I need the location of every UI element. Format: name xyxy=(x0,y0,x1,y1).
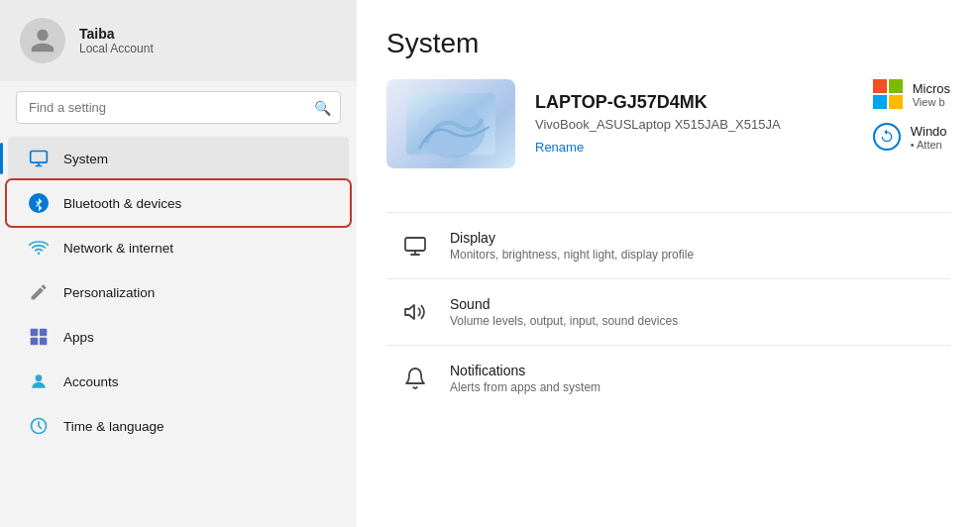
ms-red-square xyxy=(873,79,887,93)
windows-update-sub: • Atten xyxy=(911,139,947,151)
svg-rect-4 xyxy=(40,329,48,337)
display-text: Display Monitors, brightness, night ligh… xyxy=(450,230,694,262)
device-rename-link[interactable]: Rename xyxy=(535,140,584,155)
page-title: System xyxy=(386,28,950,59)
svg-point-7 xyxy=(36,374,43,381)
ms-logo-grid xyxy=(873,79,903,109)
sidebar-item-apps[interactable]: Apps xyxy=(8,315,349,359)
display-title: Display xyxy=(450,230,694,246)
notifications-icon xyxy=(398,362,432,395)
svg-rect-0 xyxy=(31,152,48,163)
ms-blue-square xyxy=(873,95,887,109)
accounts-icon xyxy=(28,370,50,392)
sidebar-item-time[interactable]: Time & language xyxy=(8,404,349,448)
sidebar-item-label-network: Network & internet xyxy=(63,241,173,256)
avatar xyxy=(20,18,65,63)
search-icon: 🔍 xyxy=(314,100,331,116)
user-icon xyxy=(29,27,56,54)
sidebar-item-network[interactable]: Network & internet xyxy=(8,226,349,269)
sidebar: Taiba Local Account 🔍 System Bluetooth &… xyxy=(0,0,357,527)
sidebar-item-label-system: System xyxy=(63,152,108,166)
user-section[interactable]: Taiba Local Account xyxy=(0,0,357,81)
main-content: System xyxy=(357,0,980,527)
search-input[interactable] xyxy=(16,91,341,124)
sound-title: Sound xyxy=(450,296,678,312)
device-illustration xyxy=(406,84,495,163)
svg-point-2 xyxy=(38,253,41,256)
display-desc: Monitors, brightness, night light, displ… xyxy=(450,248,694,262)
user-info: Taiba Local Account xyxy=(79,26,154,55)
notifications-title: Notifications xyxy=(450,363,600,378)
sidebar-item-label-personalization: Personalization xyxy=(63,285,155,300)
device-model: VivoBook_ASUSLaptop X515JAB_X515JA xyxy=(535,117,781,132)
ms-account-sub: View b xyxy=(913,96,950,108)
notifications-desc: Alerts from apps and system xyxy=(450,380,600,394)
sidebar-item-label-accounts: Accounts xyxy=(63,374,119,389)
sound-text: Sound Volume levels, output, input, soun… xyxy=(450,296,678,328)
device-image xyxy=(386,79,515,168)
svg-rect-11 xyxy=(405,238,425,251)
time-icon xyxy=(28,415,50,437)
display-icon xyxy=(398,229,432,263)
user-type: Local Account xyxy=(79,42,154,55)
nav-list: System Bluetooth & devices N xyxy=(0,136,357,527)
bluetooth-icon xyxy=(28,192,50,214)
settings-item-notifications[interactable]: Notifications Alerts from apps and syste… xyxy=(386,345,950,411)
windows-update-text: Windo • Atten xyxy=(911,124,947,151)
settings-item-sound[interactable]: Sound Volume levels, output, input, soun… xyxy=(386,278,950,345)
device-name: LAPTOP-GJ57D4MK xyxy=(535,92,781,113)
device-info: LAPTOP-GJ57D4MK VivoBook_ASUSLaptop X515… xyxy=(535,92,781,156)
sidebar-item-label-bluetooth: Bluetooth & devices xyxy=(63,196,181,211)
sidebar-item-label-time: Time & language xyxy=(63,419,164,434)
windows-update-label: Windo xyxy=(911,124,947,139)
svg-rect-6 xyxy=(40,338,48,346)
ms-green-square xyxy=(889,79,903,93)
settings-list: Display Monitors, brightness, night ligh… xyxy=(386,212,950,411)
sidebar-item-personalization[interactable]: Personalization xyxy=(8,270,349,314)
svg-rect-5 xyxy=(31,338,39,346)
search-box: 🔍 xyxy=(16,91,341,124)
apps-icon xyxy=(28,326,50,348)
svg-rect-3 xyxy=(31,329,39,337)
microsoft-account-item[interactable]: Micros View b xyxy=(873,79,950,109)
sidebar-item-accounts[interactable]: Accounts xyxy=(8,360,349,403)
sidebar-item-bluetooth[interactable]: Bluetooth & devices xyxy=(8,181,349,225)
network-icon xyxy=(28,237,50,259)
sound-icon xyxy=(398,295,432,329)
sidebar-item-label-apps: Apps xyxy=(63,330,94,345)
settings-item-display[interactable]: Display Monitors, brightness, night ligh… xyxy=(386,212,950,278)
ms-account-text: Micros View b xyxy=(913,81,950,108)
windows-update-item[interactable]: Windo • Atten xyxy=(873,123,950,151)
right-info-panel: Micros View b Windo • Atten xyxy=(873,79,950,151)
notifications-text: Notifications Alerts from apps and syste… xyxy=(450,363,600,394)
user-name: Taiba xyxy=(79,26,154,42)
windows-update-icon xyxy=(873,123,901,151)
ms-account-label: Micros xyxy=(913,81,950,96)
personalization-icon xyxy=(28,281,50,303)
ms-yellow-square xyxy=(889,95,903,109)
device-section: LAPTOP-GJ57D4MK VivoBook_ASUSLaptop X515… xyxy=(386,79,781,168)
sound-desc: Volume levels, output, input, sound devi… xyxy=(450,314,678,328)
system-icon xyxy=(28,148,50,169)
sidebar-item-system[interactable]: System xyxy=(8,137,349,180)
